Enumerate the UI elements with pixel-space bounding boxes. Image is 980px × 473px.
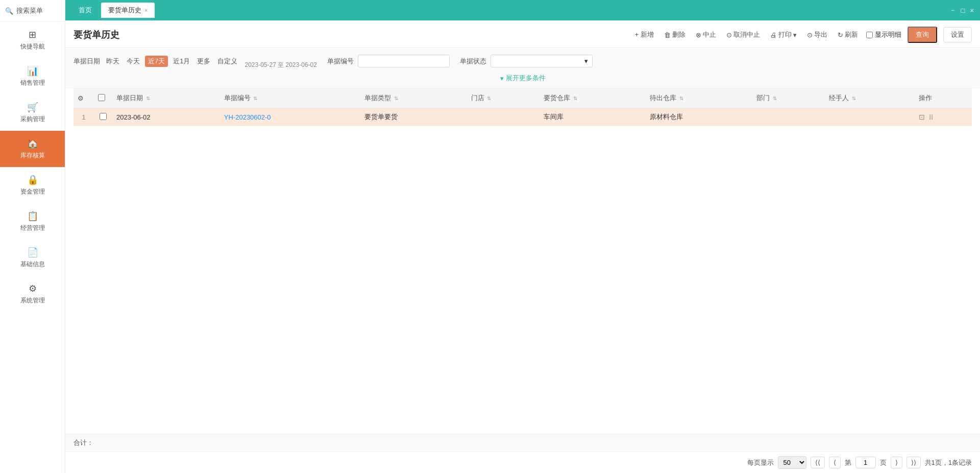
- top-bar: 首页 要货单历史 × － □ ×: [65, 0, 980, 20]
- export-button[interactable]: ⊙ 导出: [805, 29, 829, 40]
- page-suffix: 页: [880, 458, 887, 467]
- table-row[interactable]: 1 2023-06-02 YH-20230602-0 要货单要货 车间库: [74, 108, 972, 126]
- sidebar-item-basic[interactable]: 📄 基础信息: [0, 240, 65, 276]
- row-req-warehouse: 车间库: [540, 108, 646, 126]
- toolbar: + 新增 🗑 删除 ⊗ 中止 ⊙ 取消中止 🖨 打: [633, 27, 972, 43]
- settings-col-header[interactable]: ⚙: [74, 88, 94, 108]
- sidebar-label: 采购管理: [20, 115, 45, 124]
- print-icon: 🖨: [770, 31, 777, 39]
- sort-no-icon[interactable]: ⇅: [253, 96, 257, 101]
- date-option-yesterday[interactable]: 昨天: [104, 56, 121, 67]
- tab-requisition-history[interactable]: 要货单历史 ×: [101, 3, 155, 18]
- sort-pending-warehouse-icon[interactable]: ⇅: [679, 96, 683, 101]
- expand-more-btn[interactable]: ▾ 展开更多条件: [74, 74, 972, 83]
- refresh-button[interactable]: ↻ 刷新: [836, 29, 860, 40]
- table-header-row: ⚙ 单据日期 ⇅ 单据编号 ⇅: [74, 88, 972, 108]
- filter-area: 单据日期 昨天 今天 近7天 近1月 更多 自定义 2023-05-27 至 2…: [65, 48, 980, 88]
- cancel-stop-icon: ⊙: [726, 31, 732, 39]
- sidebar-label: 快捷导航: [20, 42, 45, 51]
- more-action-icon[interactable]: ⁞⁞: [929, 113, 933, 121]
- sidebar-item-inventory[interactable]: 🏠 库存核算: [0, 131, 65, 167]
- row-checkbox-cell[interactable]: [94, 108, 112, 126]
- per-page-label: 每页显示: [747, 458, 774, 467]
- finance-icon: 🔒: [27, 174, 38, 185]
- page-input[interactable]: [855, 457, 876, 468]
- date-option-1month[interactable]: 近1月: [171, 56, 192, 67]
- sidebar-item-operation[interactable]: 📋 经营管理: [0, 203, 65, 240]
- sidebar-item-system[interactable]: ⚙ 系统管理: [0, 276, 65, 312]
- row-handler: [825, 108, 914, 126]
- th-type: 单据类型 ⇅: [360, 88, 467, 108]
- delete-icon: 🗑: [664, 31, 671, 39]
- next-page-btn[interactable]: ⟩: [891, 457, 902, 468]
- bill-no-input[interactable]: [358, 55, 450, 67]
- bill-no-link[interactable]: YH-20230602-0: [224, 113, 271, 121]
- delete-button[interactable]: 🗑 删除: [662, 29, 688, 40]
- date-option-more[interactable]: 更多: [195, 56, 212, 67]
- query-button[interactable]: 查询: [908, 27, 937, 43]
- th-department: 部门 ⇅: [752, 88, 825, 108]
- prev-page-btn[interactable]: ⟨: [829, 457, 841, 468]
- row-date: 2023-06-02: [112, 108, 220, 126]
- sidebar-item-sales[interactable]: 📊 销售管理: [0, 58, 65, 94]
- per-page-select[interactable]: 50 20 100 200: [778, 456, 806, 469]
- status-select[interactable]: ▾: [491, 55, 593, 67]
- search-icon: 🔍: [5, 7, 13, 15]
- close-window-icon[interactable]: ×: [970, 7, 974, 14]
- date-option-7days[interactable]: 近7天: [145, 56, 168, 67]
- sidebar-item-purchase[interactable]: 🛒 采购管理: [0, 94, 65, 131]
- date-option-custom[interactable]: 自定义: [215, 56, 239, 67]
- expand-label: 展开更多条件: [506, 74, 546, 83]
- sort-type-icon[interactable]: ⇅: [394, 96, 398, 101]
- inventory-icon: 🏠: [27, 138, 38, 149]
- sort-department-icon[interactable]: ⇅: [773, 96, 777, 101]
- system-icon: ⚙: [29, 283, 37, 294]
- sidebar-label: 系统管理: [20, 296, 45, 305]
- sort-req-warehouse-icon[interactable]: ⇅: [573, 96, 577, 101]
- stop-button[interactable]: ⊗ 中止: [694, 29, 718, 40]
- sort-handler-icon[interactable]: ⇅: [852, 96, 856, 101]
- date-option-today[interactable]: 今天: [125, 56, 142, 67]
- print-dropdown-icon: ▾: [793, 31, 797, 39]
- search-menu[interactable]: 🔍 搜索菜单: [0, 0, 65, 22]
- page-label: 第: [845, 458, 851, 467]
- summary-label: 合计：: [74, 439, 93, 446]
- action-icons: ⊡ ⁞⁞: [919, 113, 968, 121]
- sidebar-label: 销售管理: [20, 79, 45, 87]
- row-index: 1: [74, 108, 94, 126]
- show-detail-label[interactable]: 显示明细: [866, 30, 901, 39]
- cancel-stop-button[interactable]: ⊙ 取消中止: [724, 29, 762, 40]
- status-label: 单据状态: [460, 57, 486, 66]
- minimize-icon[interactable]: －: [949, 6, 956, 15]
- maximize-icon[interactable]: □: [961, 7, 965, 14]
- row-checkbox[interactable]: [100, 113, 107, 120]
- new-button[interactable]: + 新增: [633, 29, 656, 40]
- tab-home[interactable]: 首页: [71, 3, 99, 18]
- last-page-btn[interactable]: ⟩⟩: [906, 457, 921, 468]
- row-department: [752, 108, 825, 126]
- row-type: 要货单要货: [360, 108, 467, 126]
- sort-date-icon[interactable]: ⇅: [146, 96, 150, 101]
- sidebar-item-quick-nav[interactable]: ⊞ 快捷导航: [0, 22, 65, 58]
- pagination: 每页显示 50 20 100 200 ⟨⟨ ⟨ 第 页 ⟩ ⟩⟩ 共1页，1条记…: [65, 452, 980, 473]
- checkbox-col-header[interactable]: [94, 88, 112, 108]
- print-button[interactable]: 🖨 打印 ▾: [768, 29, 799, 40]
- first-page-btn[interactable]: ⟨⟨: [811, 457, 825, 468]
- select-all-checkbox[interactable]: [98, 94, 105, 101]
- sidebar-item-finance[interactable]: 🔒 资金管理: [0, 167, 65, 203]
- settings-button[interactable]: 设置: [943, 27, 972, 42]
- sort-store-icon[interactable]: ⇅: [487, 96, 491, 101]
- date-filter-item: 单据日期 昨天 今天 近7天 近1月 更多 自定义: [74, 56, 239, 67]
- row-store: [467, 108, 540, 126]
- close-tab-icon[interactable]: ×: [144, 7, 148, 13]
- row-pending-warehouse: 原材料仓库: [646, 108, 752, 126]
- row-no[interactable]: YH-20230602-0: [220, 108, 360, 126]
- stop-icon: ⊗: [696, 31, 701, 39]
- operation-icon: 📋: [27, 210, 38, 222]
- edit-action-icon[interactable]: ⊡: [919, 113, 925, 121]
- th-date: 单据日期 ⇅: [112, 88, 220, 108]
- show-detail-checkbox[interactable]: [866, 32, 873, 38]
- data-table: ⚙ 单据日期 ⇅ 单据编号 ⇅: [74, 88, 972, 126]
- date-range-text: 2023-05-27 至 2023-06-02: [244, 61, 316, 69]
- th-handler: 经手人 ⇅: [825, 88, 914, 108]
